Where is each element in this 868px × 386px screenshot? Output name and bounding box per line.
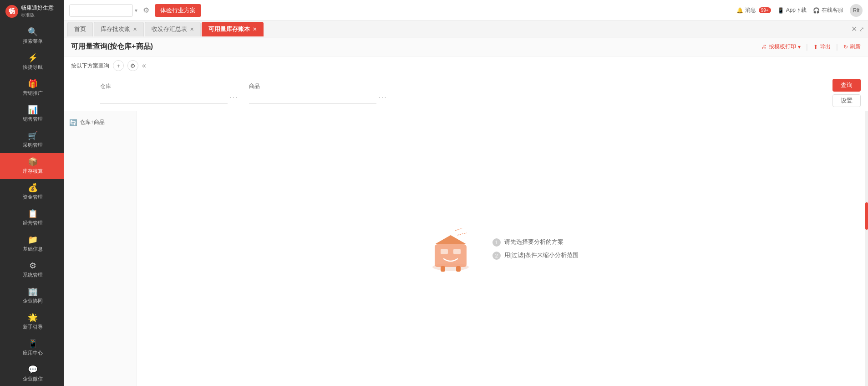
user-avatar[interactable]: Rit (850, 4, 863, 17)
goods-input[interactable] (249, 91, 376, 104)
sidebar-icon-operations: 📋 (28, 210, 38, 218)
gear-icon[interactable]: ⚙ (143, 6, 149, 15)
refresh-button[interactable]: ↻ 刷新 (843, 43, 861, 51)
sidebar-scroll: 🔍 搜索菜单 ⚡ 快捷导航 🎁 营销推广 📊 销售管理 🛒 采购管理 📦 库存核… (0, 23, 64, 386)
sidebar-item-marketing[interactable]: 🎁 营销推广 (0, 75, 64, 101)
sidebar-label-purchase: 采购管理 (23, 142, 43, 149)
sidebar-icon-appcenter: 📱 (28, 340, 38, 348)
sidebar-item-purchase[interactable]: 🛒 采购管理 (0, 127, 64, 153)
sidebar-item-finance[interactable]: 💰 资金管理 (0, 179, 64, 205)
warehouse-input[interactable] (100, 91, 228, 104)
sidebar-icon-purchase: 🛒 (28, 132, 38, 140)
sidebar-icon-marketing: 🎁 (28, 80, 38, 88)
main-data: 1 请先选择要分析的方案 2 用[过滤]条件来缩小分析范围 (137, 111, 865, 386)
user-display: Rit (853, 7, 860, 14)
sidebar-label-system: 系统管理 (23, 272, 43, 278)
tab-home[interactable]: 首页 (67, 22, 93, 36)
industry-solution-button[interactable]: 体验行业方案 (155, 4, 201, 17)
sidebar-label-inventory: 库存核算 (23, 168, 43, 175)
sidebar-icon-sales: 📊 (28, 106, 38, 114)
sidebar-item-quicknav[interactable]: ⚡ 快捷导航 (0, 49, 64, 75)
sidebar-label-wechat: 企业微信 (23, 376, 43, 382)
print-chevron-icon[interactable]: ▾ (798, 44, 801, 50)
empty-tips: 1 请先选择要分析的方案 2 用[过滤]条件来缩小分析范围 (492, 238, 579, 260)
sidebar-icon-inventory: 📦 (28, 158, 38, 166)
filter-fields: 仓库 ··· 商品 ··· 查询 设置 (64, 75, 868, 111)
topbar-right: 🔔 消息 99+ 📱 App下载 🎧 在线客服 Rit (736, 4, 863, 17)
query-button[interactable]: 查询 (832, 79, 861, 92)
print-button[interactable]: 🖨 按模板打印 ▾ (761, 43, 801, 51)
tab-label-collection_summary: 收发存汇总表 (152, 25, 187, 33)
tip-1-text: 请先选择要分析的方案 (504, 238, 563, 246)
tabbar: 首页库存批次账✕收发存汇总表✕可用量库存账本✕ ✕ ⤢ (64, 21, 868, 37)
tab-close-collection_summary[interactable]: ✕ (190, 27, 194, 32)
empty-tip-1: 1 请先选择要分析的方案 (492, 238, 579, 247)
add-scheme-button[interactable]: + (113, 60, 124, 71)
sidebar-item-enterprise[interactable]: 🏢 企业协同 (0, 283, 64, 309)
sidebar-item-appcenter[interactable]: 📱 应用中心 (0, 335, 64, 361)
sidebar-item-system[interactable]: ⚙ 系统管理 (0, 257, 64, 283)
goods-more-icon[interactable]: ··· (378, 93, 387, 102)
page-title: 可用量查询(按仓库+商品) (71, 42, 153, 51)
tab-label-available_ledger: 可用量库存账本 (208, 25, 250, 33)
sidebar-item-search[interactable]: 🔍 搜索菜单 (0, 23, 64, 49)
online-service-item[interactable]: 🎧 在线客服 (813, 6, 843, 14)
search-input[interactable] (69, 4, 133, 17)
filter-scheme-label: 按以下方案查询 (71, 62, 109, 70)
settings-button[interactable]: 设置 (832, 94, 861, 107)
export-icon: ⬆ (813, 44, 818, 50)
sidebar-item-sales[interactable]: 📊 销售管理 (0, 101, 64, 127)
right-scrollbar[interactable] (865, 111, 868, 386)
warehouse-label: 仓库 (100, 82, 238, 90)
lp-icon-warehouse_goods: 🔄 (69, 119, 77, 126)
tab-available_ledger[interactable]: 可用量库存账本✕ (202, 22, 264, 36)
action-divider2: | (836, 43, 838, 51)
refresh-label: 刷新 (850, 43, 861, 51)
sidebar-item-operations[interactable]: 📋 经营管理 (0, 205, 64, 231)
notification-item[interactable]: 🔔 消息 99+ (736, 6, 771, 14)
chevron-down-icon[interactable]: ▾ (135, 7, 137, 14)
phone-icon: 📱 (777, 7, 784, 14)
tab-collection_summary[interactable]: 收发存汇总表✕ (145, 22, 201, 36)
refresh-icon: ↻ (843, 44, 848, 50)
svg-line-7 (455, 228, 462, 231)
left-panel-item-warehouse_goods[interactable]: 🔄 仓库+商品 (64, 115, 136, 130)
export-label: 导出 (820, 43, 831, 51)
svg-rect-4 (453, 249, 461, 254)
sidebar-item-wechat[interactable]: 💬 企业微信 (0, 361, 64, 386)
svg-rect-6 (456, 266, 461, 272)
export-button[interactable]: ⬆ 导出 (813, 43, 831, 51)
page-content: 可用量查询(按仓库+商品) 🖨 按模板打印 ▾ | ⬆ 导出 | ↻ 刷新 (64, 37, 868, 386)
sidebar-label-operations: 经营管理 (23, 220, 43, 226)
sidebar: 畅 畅康通好生意 标准版 🔍 搜索菜单 ⚡ 快捷导航 🎁 营销推广 📊 销售管理… (0, 0, 64, 386)
sidebar-label-finance: 资金管理 (23, 194, 43, 201)
tab-batch_ledger[interactable]: 库存批次账✕ (94, 22, 144, 36)
svg-rect-1 (435, 244, 467, 267)
content-area: 🔄 仓库+商品 (64, 111, 868, 386)
collapse-button[interactable]: « (142, 62, 146, 70)
tabbar-actions: ✕ ⤢ (851, 25, 868, 33)
sidebar-item-basic[interactable]: 📁 基础信息 (0, 231, 64, 257)
tip-num-1: 1 (492, 238, 501, 247)
sidebar-label-enterprise: 企业协同 (23, 298, 43, 304)
expand-icon[interactable]: ⤢ (859, 26, 864, 33)
tab-close-batch_ledger[interactable]: ✕ (133, 27, 137, 32)
close-tab-icon[interactable]: ✕ (851, 25, 857, 33)
sidebar-label-quicknav: 快捷导航 (23, 64, 43, 71)
logo-icon: 畅 (5, 5, 18, 18)
scheme-settings-button[interactable]: ⚙ (127, 60, 138, 71)
goods-label: 商品 (249, 82, 387, 90)
sidebar-item-newbie[interactable]: 🌟 新手引导 (0, 309, 64, 335)
tab-label-batch_ledger: 库存批次账 (101, 25, 130, 33)
warehouse-more-icon[interactable]: ··· (229, 93, 238, 102)
tip-2-text: 用[过滤]条件来缩小分析范围 (504, 251, 579, 259)
sidebar-label-basic: 基础信息 (23, 246, 43, 252)
svg-rect-5 (441, 266, 445, 272)
settings-icon: ⚙ (130, 62, 136, 69)
topbar: ▾ ⚙ 体验行业方案 🔔 消息 99+ 📱 App下载 🎧 在线客服 Rit (64, 0, 868, 21)
notification-label: 消息 (745, 6, 756, 14)
page-header: 可用量查询(按仓库+商品) 🖨 按模板打印 ▾ | ⬆ 导出 | ↻ 刷新 (64, 37, 868, 57)
app-download-item[interactable]: 📱 App下载 (777, 6, 807, 14)
tab-close-available_ledger[interactable]: ✕ (253, 27, 257, 32)
sidebar-item-inventory[interactable]: 📦 库存核算 (0, 153, 64, 179)
